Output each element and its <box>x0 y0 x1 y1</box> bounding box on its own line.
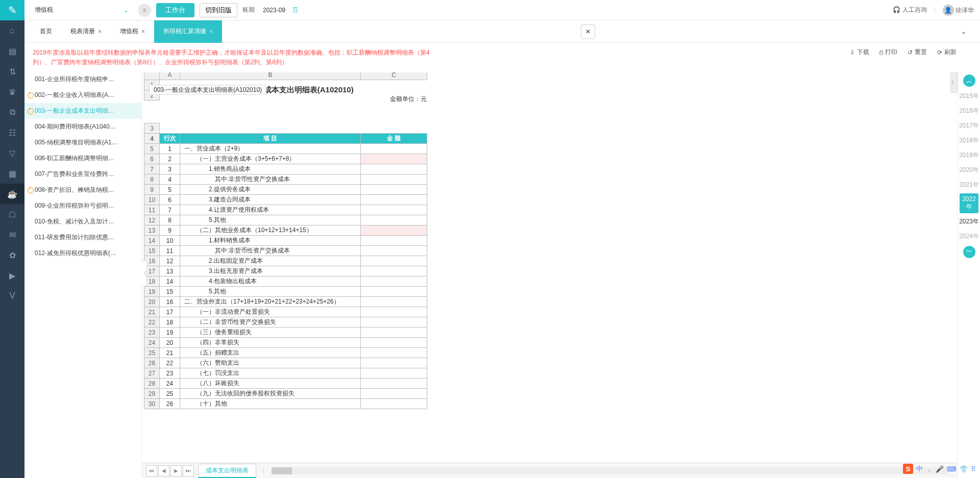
cell-amount[interactable] <box>361 297 427 307</box>
collapse-sidebar-handle[interactable]: 《 <box>141 261 147 286</box>
cell-item[interactable]: 二、营业外支出（17+18+19+20+21+22+23+24+25+26） <box>180 297 361 307</box>
cell-seq[interactable]: 7 <box>160 205 180 215</box>
cell-amount[interactable] <box>361 215 427 225</box>
cell-seq[interactable]: 12 <box>160 256 180 266</box>
cell-item[interactable]: 5.其他 <box>180 215 361 225</box>
form-item[interactable]: 005-纳税调整项目明细表(A1… <box>24 135 141 150</box>
cell-item[interactable]: （九）无法收回的债券股权投资损失 <box>180 389 361 399</box>
nav-form-icon[interactable]: ☷ <box>0 122 24 143</box>
cell-seq[interactable]: 18 <box>160 317 180 328</box>
cell-amount[interactable] <box>361 174 427 185</box>
user-menu[interactable]: 👤 徐泽华 <box>943 5 974 16</box>
cell-amount[interactable] <box>361 256 427 266</box>
nav-copy-icon[interactable]: ⧉ <box>0 102 24 122</box>
cell-item[interactable]: （十）其他 <box>180 399 361 409</box>
year-option[interactable]: 2019年 <box>958 148 980 163</box>
cell-amount[interactable] <box>361 307 427 317</box>
close-icon[interactable]: × <box>209 28 213 35</box>
cell-item[interactable]: 2.提供劳务成本 <box>180 185 361 195</box>
nav-tag-icon[interactable]: ▽ <box>0 143 24 163</box>
form-item[interactable]: 002-一般企业收入明细表(A… <box>24 87 141 103</box>
sheet-last-button[interactable]: ⏭ <box>183 465 194 476</box>
form-item[interactable]: 011-研发费用加计扣除优惠… <box>24 230 141 245</box>
year-up-button[interactable]: ︽ <box>963 74 975 87</box>
year-option[interactable]: 2017年 <box>958 118 980 133</box>
cell-item[interactable]: （八）坏账损失 <box>180 379 361 389</box>
year-option[interactable]: 2021年 <box>958 178 980 192</box>
form-item[interactable]: 006-职工薪酬纳税调整明细… <box>24 150 141 166</box>
cell-seq[interactable]: 10 <box>160 236 180 246</box>
tabs-more-icon[interactable]: ⌄ <box>957 24 971 39</box>
sheet-next-button[interactable]: ▶ <box>170 465 182 476</box>
cell-seq[interactable]: 11 <box>160 246 180 256</box>
year-down-button[interactable]: ︾ <box>963 246 975 258</box>
cell-seq[interactable]: 25 <box>160 389 180 399</box>
cell-amount[interactable] <box>361 287 427 297</box>
close-all-tabs-button[interactable]: ✕ <box>581 24 595 39</box>
cell-seq[interactable]: 9 <box>160 225 180 236</box>
cell-amount[interactable] <box>361 276 427 287</box>
expand-panel-handle[interactable]: 》 <box>950 72 958 93</box>
cell-item[interactable]: 1.材料销售成本 <box>180 236 361 246</box>
tab-税表清册[interactable]: 税表清册× <box>61 20 111 43</box>
cell-item[interactable]: 一、营业成本（2+9） <box>180 144 361 154</box>
year-option[interactable]: 2018年 <box>958 133 980 148</box>
sheet-first-button[interactable]: ⏮ <box>146 465 157 476</box>
tax-type-dropdown[interactable]: 增值税 ⌄ <box>31 3 133 17</box>
cell-item[interactable]: （五）捐赠支出 <box>180 348 361 358</box>
cell-amount[interactable] <box>361 368 427 379</box>
cell-amount[interactable] <box>361 185 427 195</box>
cell-amount[interactable] <box>361 338 427 348</box>
cell-item[interactable]: （二）其他业务成本（10+12+13+14+15） <box>180 225 361 236</box>
form-item[interactable]: 004-期间费用明细表(A1040… <box>24 119 141 135</box>
consult-link[interactable]: 🎧 人工咨询 <box>893 6 926 14</box>
cell-amount[interactable] <box>361 266 427 276</box>
ime-toolbar[interactable]: S 中，🎤⌨👕⠿ <box>903 464 976 474</box>
cell-item[interactable]: 其中:非货币性资产交换成本 <box>180 246 361 256</box>
cell-amount[interactable] <box>361 246 427 256</box>
horizontal-scrollbar[interactable] <box>272 467 949 474</box>
form-item[interactable]: 007-广告费和业务宣传费跨… <box>24 166 141 182</box>
cell-seq[interactable]: 8 <box>160 215 180 225</box>
download-button[interactable]: ⇩ 下载 <box>850 48 869 57</box>
nav-doc-icon[interactable]: ▤ <box>0 41 24 61</box>
nav-archive-icon[interactable]: ☖ <box>0 204 24 224</box>
form-item[interactable]: 003-一般企业成本支出明细… <box>24 103 141 119</box>
cell-amount[interactable] <box>361 195 427 205</box>
cell-item[interactable]: （四）非常损失 <box>180 338 361 348</box>
cell-seq[interactable]: 13 <box>160 266 180 276</box>
cell-item[interactable]: （二）非货币性资产交换损失 <box>180 317 361 328</box>
cell-seq[interactable]: 19 <box>160 328 180 338</box>
old-version-button[interactable]: 切到旧版 <box>200 3 237 17</box>
list-toggle-icon[interactable]: ≡ <box>138 4 151 17</box>
cell-amount[interactable] <box>361 317 427 328</box>
cell-amount[interactable] <box>361 389 427 399</box>
nav-chart-icon[interactable]: ⇅ <box>0 61 24 82</box>
nav-v-icon[interactable]: V <box>0 286 24 306</box>
cell-amount[interactable] <box>361 379 427 389</box>
close-icon[interactable]: × <box>141 28 145 35</box>
cell-seq[interactable]: 26 <box>160 399 180 409</box>
cell-item[interactable]: 3.出租无形资产成本 <box>180 266 361 276</box>
year-option[interactable]: 2022年 <box>960 193 978 213</box>
nav-inbox-icon[interactable]: ✉ <box>0 224 24 245</box>
cell-seq[interactable]: 16 <box>160 297 180 307</box>
cell-item[interactable]: 1.销售商品成本 <box>180 164 361 174</box>
cell-seq[interactable]: 14 <box>160 276 180 287</box>
nav-home-icon[interactable]: ⌂ <box>0 20 24 41</box>
sheet-prev-button[interactable]: ◀ <box>158 465 169 476</box>
cell-item[interactable]: （七）罚没支出 <box>180 368 361 379</box>
cell-amount[interactable] <box>361 399 427 409</box>
refresh-button[interactable]: ⟳ 刷新 <box>937 48 957 57</box>
cell-amount[interactable] <box>361 144 427 154</box>
nav-money-icon[interactable]: ♛ <box>0 82 24 102</box>
cell-item[interactable]: 4.让渡资产使用权成本 <box>180 205 361 215</box>
cell-seq[interactable]: 24 <box>160 379 180 389</box>
cell-item[interactable]: 2.出租固定资产成本 <box>180 256 361 266</box>
year-option[interactable]: 2020年 <box>958 163 980 178</box>
year-option[interactable]: 2023年 <box>958 214 980 229</box>
cell-item[interactable]: （一）非流动资产处置损失 <box>180 307 361 317</box>
nav-settings-icon[interactable]: ✿ <box>0 245 24 265</box>
close-icon[interactable]: × <box>98 28 102 35</box>
cell-seq[interactable]: 3 <box>160 164 180 174</box>
